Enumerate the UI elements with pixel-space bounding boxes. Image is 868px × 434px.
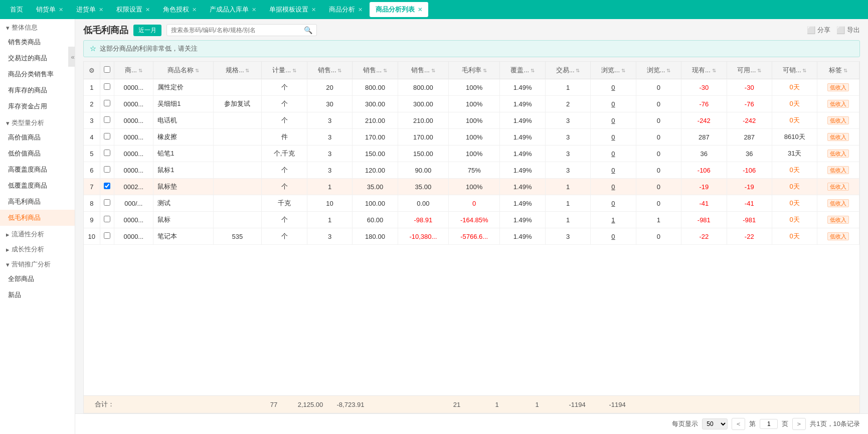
sidebar-group-liquidity[interactable]: ▸ 流通性分析 [0,226,75,241]
cell-checkbox[interactable] [100,79,114,96]
cell-checkbox[interactable] [100,146,114,162]
nav-close-purchase[interactable]: ✕ [99,7,103,13]
cell-checkbox[interactable] [100,195,114,212]
col-gross-margin[interactable]: 毛利率 ⇅ [449,62,500,79]
sidebar-group-growth[interactable]: ▸ 成长性分析 [0,241,75,256]
col-current-stock[interactable]: 现有... ⇅ [681,62,727,79]
row-checkbox[interactable] [104,150,110,156]
col-sales-amount[interactable]: 销售... ⇅ [398,62,448,79]
nav-close-analysis[interactable]: ✕ [358,7,363,13]
col-settings[interactable]: ⚙ [84,62,100,79]
cell-checkbox[interactable] [100,112,114,129]
sidebar-item-stock-capital[interactable]: 库存资金占用 [0,98,75,114]
cell-name[interactable]: 吴细细1 [153,96,213,112]
sidebar-item-traded-goods[interactable]: 交易过的商品 [0,50,75,66]
sidebar-item-high-margin[interactable]: 高毛利商品 [0,194,75,210]
col-code[interactable]: 商... ⇅ [114,62,153,79]
cell-browse1[interactable]: 0 [591,162,636,179]
export-button[interactable]: ⬜ 导出 [836,26,860,35]
col-sellable[interactable]: 可销... ⇅ [772,62,817,79]
col-sales-price[interactable]: 销售... ⇅ [353,62,398,79]
cell-checkbox[interactable] [100,228,114,245]
sidebar-item-category-rate[interactable]: 商品分类销售率 [0,66,75,82]
sidebar-group-marketing[interactable]: ▾ 营销推广分析 [0,256,75,271]
col-available[interactable]: 可用... ⇅ [727,62,772,79]
date-filter-button[interactable]: 近一月 [133,25,161,36]
col-tag[interactable]: 标签 ⇅ [817,62,859,79]
col-browse1[interactable]: 浏览... ⇅ [591,62,636,79]
nav-close-product[interactable]: ✕ [252,7,256,13]
cell-checkbox[interactable] [100,96,114,112]
cell-browse1[interactable]: 0 [591,112,636,129]
cell-browse1[interactable]: 0 [591,228,636,245]
col-unit[interactable]: 计量... ⇅ [262,62,307,79]
sidebar-item-low-value[interactable]: 低价值商品 [0,146,75,162]
cell-checkbox[interactable] [100,212,114,228]
cell-name[interactable]: 电话机 [153,112,213,129]
sidebar-item-new-goods[interactable]: 新品 [0,287,75,303]
row-checkbox[interactable] [104,100,110,106]
sidebar-item-sales-goods[interactable]: 销售类商品 [0,34,75,50]
cell-checkbox[interactable] [100,129,114,146]
col-transaction[interactable]: 交易... ⇅ [545,62,590,79]
nav-product-analysis-list[interactable]: 商品分析列表 ✕ [370,2,428,17]
search-input[interactable] [171,27,304,34]
cell-browse1[interactable]: 0 [591,146,636,162]
nav-home[interactable]: 首页 [4,2,29,17]
sidebar-item-low-coverage[interactable]: 低覆盖度商品 [0,178,75,194]
sidebar-group-type[interactable]: ▾ 类型量分析 [0,114,75,129]
cell-name[interactable]: 橡皮擦 [153,129,213,146]
nav-close-permission[interactable]: ✕ [145,7,150,13]
cell-name[interactable]: 铅笔1 [153,146,213,162]
col-sales-qty[interactable]: 销售... ⇅ [307,62,352,79]
search-icon[interactable]: 🔍 [304,26,312,34]
sidebar-item-low-margin[interactable]: 低毛利商品 [0,210,75,226]
row-checkbox[interactable] [104,232,110,239]
row-checkbox[interactable] [104,183,110,189]
col-name[interactable]: 商品名称 ⇅ [153,62,213,79]
sidebar-group-overall[interactable]: ▾ 整体信息 [0,19,75,34]
share-button[interactable]: ⬜ 分享 [807,26,830,35]
nav-close-template[interactable]: ✕ [311,7,316,13]
row-checkbox[interactable] [104,216,110,222]
nav-close-role[interactable]: ✕ [192,7,197,13]
nav-template[interactable]: 单据模板设置 ✕ [263,2,322,17]
cell-name[interactable]: 笔记本 [153,228,213,245]
row-checkbox[interactable] [104,166,110,173]
sidebar-item-in-stock[interactable]: 有库存的商品 [0,82,75,98]
nav-role-auth[interactable]: 角色授权 ✕ [157,2,203,17]
nav-close-analysis-list[interactable]: ✕ [418,7,422,13]
cell-name[interactable]: 鼠标1 [153,162,213,179]
nav-permission[interactable]: 权限设置 ✕ [110,2,156,17]
page-number-input[interactable] [760,419,778,429]
cell-browse1[interactable]: 0 [591,96,636,112]
page-size-select[interactable]: 50 100 200 [702,418,728,429]
nav-product-entry[interactable]: 产成品入库单 ✕ [204,2,262,17]
cell-name[interactable]: 鼠标垫 [153,179,213,195]
cell-browse1[interactable]: 0 [591,79,636,96]
cell-browse1[interactable]: 1 [591,212,636,228]
nav-purchase-order[interactable]: 进货单 ✕ [70,2,109,17]
nav-product-analysis[interactable]: 商品分析 ✕ [323,2,369,17]
cell-name[interactable]: 鼠标 [153,212,213,228]
nav-close-sales[interactable]: ✕ [59,7,63,13]
row-checkbox[interactable] [104,83,110,90]
cell-checkbox[interactable] [100,162,114,179]
col-spec[interactable]: 规格... ⇅ [213,62,262,79]
row-checkbox[interactable] [104,116,110,123]
col-checkbox[interactable] [100,62,114,79]
next-page-button[interactable]: ＞ [792,418,806,430]
col-browse2[interactable]: 浏览... ⇅ [636,62,681,79]
cell-browse1[interactable]: 0 [591,195,636,212]
sidebar-item-high-coverage[interactable]: 高覆盖度商品 [0,162,75,178]
cell-checkbox[interactable] [100,179,114,195]
sidebar-item-all-goods[interactable]: 全部商品 [0,271,75,287]
row-checkbox[interactable] [104,199,110,206]
prev-page-button[interactable]: ＜ [732,418,745,430]
select-all-checkbox[interactable] [104,66,110,73]
cell-name[interactable]: 属性定价 [153,79,213,96]
sidebar-collapse-button[interactable]: « [68,47,75,67]
nav-sales-order[interactable]: 销货单 ✕ [30,2,69,17]
col-coverage[interactable]: 覆盖... ⇅ [500,62,545,79]
cell-name[interactable]: 测试 [153,195,213,212]
